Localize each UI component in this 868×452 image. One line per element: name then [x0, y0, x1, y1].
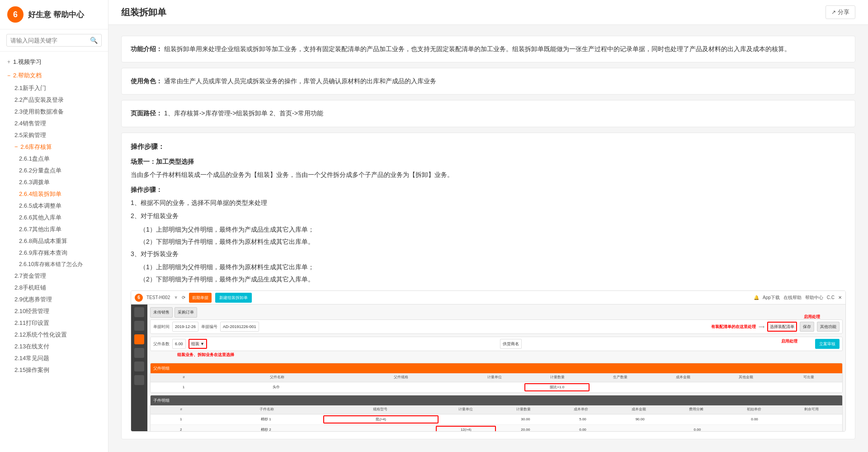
- mock-help-online: 在线帮助: [783, 294, 802, 302]
- scenario1-desc: 当由多个子件材料组装成一个成品的业务为【组装】业务，当由一个父件拆分成多个子产品…: [131, 169, 846, 181]
- sidebar-item-help-docs[interactable]: − 2.帮助文档: [0, 69, 108, 82]
- step2-1: （1）上部明细为父件明细，最终作为产成品生成其它入库单；: [131, 224, 846, 235]
- sidebar-item-2-12[interactable]: 2.12系统个性化设置: [0, 329, 108, 341]
- screenshot-mockup: 6 TEST-H002 ▼ ⟳ 前期单据 新建组装拆卸单 🔔 App下载 在线帮…: [131, 290, 846, 432]
- sidebar-item-2-6-8[interactable]: 2.6.8商品成本重算: [0, 235, 108, 247]
- role-text: 通常由生产人员或库管人员完成拆装业务的操作，库管人员确认原材料的出库和产成品的入…: [164, 77, 436, 85]
- intro-card: 功能介绍： 组装拆卸单用来处理企业组装或拆卸等加工业务，支持有固定装配清单的产品…: [121, 36, 855, 62]
- mock-no-label: 单据编号: [201, 323, 217, 330]
- mock-sidebar-icon-3: [134, 334, 144, 344]
- mock-confirm-btn: 立案审核: [815, 339, 840, 349]
- sidebar-item-2-15[interactable]: 2.15操作案例: [0, 364, 108, 376]
- mock-type-selector: 组装 ▼: [189, 339, 207, 349]
- sidebar-item-2-13[interactable]: 2.13在线支付: [0, 341, 108, 352]
- mock-right-items: 🔔 App下载 在线帮助 帮助中心 C.C ✕: [754, 294, 842, 302]
- mock-form-toolbar: 单据时间 2019-12-26 单据编号 AD-20191226-001 有装配…: [150, 319, 843, 334]
- mock-sidebar-icon-4: [134, 348, 144, 358]
- role-card: 使用角色： 通常由生产人员或库管人员完成拆装业务的操作，库管人员确认原材料的出库…: [121, 68, 855, 95]
- mock-upper-row-1: 1 头巾 据比>1.0: [151, 382, 842, 393]
- step3: 3、对于拆装业务: [131, 248, 846, 260]
- mock-date-field: 2019-12-26: [172, 322, 198, 332]
- sidebar-item-2-6-5[interactable]: 2.6.5成本调整单: [0, 200, 108, 212]
- mock-upper-table-cols: # 父件名称 父件规格 计量单位 计量数量 生产数量 成本金额 其他金额 可出量: [151, 373, 842, 382]
- nav-tree: + 1.视频学习 − 2.帮助文档 2.1新手入门 2.2产品安装及登录 2.3…: [0, 52, 108, 452]
- sidebar-item-video[interactable]: + 1.视频学习: [0, 55, 108, 69]
- share-button[interactable]: ↗ 分享: [826, 5, 855, 19]
- sidebar-item-2-6-2[interactable]: 2.6.2分量盘点单: [0, 165, 108, 176]
- mock-spacer: [150, 354, 843, 363]
- logo-area: 6 好生意 帮助中心: [0, 0, 108, 29]
- sidebar-item-2-6-10[interactable]: 2.6.10库存账本错了怎么办: [0, 259, 108, 270]
- sidebar-item-2-6-1[interactable]: 2.6.1盘点单: [0, 153, 108, 165]
- mock-bell-icon: 🔔: [754, 294, 759, 302]
- mock-app-refresh: ⟳: [182, 294, 185, 302]
- mock-app-topbar: 6 TEST-H002 ▼ ⟳ 前期单据 新建组装拆卸单 🔔 App下载 在线帮…: [131, 291, 845, 305]
- sidebar-item-2-6-3[interactable]: 2.6.3调拨单: [0, 176, 108, 188]
- steps-card: 操作步骤： 场景一：加工类型选择 当由多个子件材料组装成一个成品的业务为【组装】…: [121, 133, 855, 440]
- sidebar-item-2-9[interactable]: 2.9优惠券管理: [0, 294, 108, 305]
- sidebar-item-inventory[interactable]: − 2.6库存核算: [0, 141, 108, 153]
- mock-no-field: AD-20191226-001: [220, 322, 259, 332]
- step3-1: （1）上部明细为父件明细，最终作为原材料生成其它出库单；: [131, 262, 846, 273]
- mock-lower-table: 子件明细 # 子件名称 规格型号 计量单位 计量数量 成本单价 成本金额: [150, 395, 843, 431]
- sidebar-item-data-prep[interactable]: 2.3使用前数据准备: [0, 106, 108, 118]
- page-title: 组装拆卸单: [121, 6, 166, 19]
- sidebar-item-newbie[interactable]: 2.1新手入门: [0, 82, 108, 94]
- step1: 1、根据不同的业务，选择不同单据的类型来处理: [131, 197, 846, 209]
- share-icon: ↗: [831, 9, 836, 15]
- mock-more-btn: 其他功能: [817, 322, 840, 332]
- search-icon[interactable]: 🔍: [90, 37, 98, 44]
- logo-icon: 6: [7, 6, 24, 23]
- step2-2: （2）下部明细为子件明细，最终作为原材料生成其它出库单。: [131, 236, 846, 247]
- search-area: 🔍: [0, 29, 108, 52]
- mock-lower-row-2: 2 棉纱 2 12(>4) 20.00 0.00 0.00: [151, 425, 842, 432]
- mock-app-dl: App下载: [763, 294, 780, 302]
- topbar: 组装拆卸单 ↗ 分享: [108, 0, 868, 25]
- sidebar-item-sales[interactable]: 2.4销售管理: [0, 118, 108, 129]
- mock-app-logo: 6: [135, 294, 143, 302]
- mock-prev-btn: 前期单据: [189, 293, 212, 303]
- mock-toolbar-wrapper: 单据时间 2019-12-26 单据编号 AD-20191226-001 有装配…: [150, 319, 843, 334]
- path-text: 1、库存核算->库存管理->组装拆卸单 2、首页->常用功能: [164, 109, 323, 117]
- sidebar-item-2-10[interactable]: 2.10经营管理: [0, 305, 108, 317]
- mock-screen-content: 6 TEST-H002 ▼ ⟳ 前期单据 新建组装拆卸单 🔔 App下载 在线帮…: [131, 291, 845, 431]
- mock-upper-table: 父件明细 # 父件名称 父件规格 计量单位 计量数量 生产数量 成本金额 其他: [150, 363, 843, 393]
- mock-save-btn: 保存: [800, 322, 814, 332]
- steps-title: 操作步骤：: [131, 140, 846, 152]
- main-area: 组装拆卸单 ↗ 分享 功能介绍： 组装拆卸单用来处理企业组装或拆卸等加工业务，支…: [108, 0, 868, 452]
- mock-new-btn: 新建组装拆卸单: [215, 293, 252, 303]
- intro-text: 组装拆卸单用来处理企业组装或拆卸等加工业务，支持有固定装配清单的产品加工业务，也…: [164, 45, 791, 52]
- sidebar-item-2-6-4[interactable]: 2.6.4组装拆卸单: [0, 188, 108, 200]
- intro-label: 功能介绍：: [131, 45, 162, 52]
- scenario1-steps-label: 操作步骤：: [131, 184, 846, 195]
- mock-sidebar-icon-6: [134, 375, 144, 385]
- scenario1-title: 场景一：加工类型选择: [131, 156, 846, 167]
- sidebar-item-purchase[interactable]: 2.5采购管理: [0, 129, 108, 141]
- mock-type-toolbar: 父件条数 6.00 组装 ▼ 供货商名 立案审核: [150, 337, 843, 351]
- mock-annot-a3: 启用处理: [804, 313, 820, 320]
- sidebar-item-2-6-6[interactable]: 2.6.6其他入库单: [0, 212, 108, 224]
- mock-count-label: 父件条数: [153, 340, 170, 347]
- mock-left-sidebar: [131, 305, 147, 431]
- sidebar-item-2-8[interactable]: 2.8手机旺铺: [0, 282, 108, 294]
- mock-help-center: 帮助中心: [805, 294, 823, 302]
- path-label: 页面路径：: [131, 109, 162, 117]
- mock-lower-table-wrapper: 子件明细 # 子件名称 规格型号 计量单位 计量数量 成本单价 成本金额: [150, 395, 843, 431]
- sidebar-item-2-11[interactable]: 2.11打印设置: [0, 317, 108, 329]
- step2: 2、对于组装业务: [131, 210, 846, 222]
- minus-icon: −: [14, 143, 18, 150]
- mock-annot-a4: 组装业务、拆卸业务在这里选择: [177, 351, 234, 358]
- sidebar-item-2-7[interactable]: 2.7资金管理: [0, 270, 108, 282]
- mock-user: C.C: [827, 294, 835, 302]
- mock-lower-table-header: 子件明细: [151, 395, 842, 405]
- mock-sidebar-icon-5: [134, 362, 144, 371]
- sidebar-item-2-14[interactable]: 2.14常见问题: [0, 352, 108, 364]
- mock-sidebar-icon-1: [134, 307, 144, 317]
- mock-app-name: TEST-H002: [146, 294, 170, 302]
- sidebar-item-2-6-9[interactable]: 2.6.9库存账本查询: [0, 247, 108, 259]
- mock-lower-table-cols: # 子件名称 规格型号 计量单位 计量数量 成本单价 成本金额 费用分摊 初始单: [151, 405, 842, 414]
- sidebar-item-install[interactable]: 2.2产品安装及登录: [0, 94, 108, 106]
- mock-annot-a1: 有装配清单的在这里处理: [711, 323, 756, 330]
- sidebar-item-2-6-7[interactable]: 2.6.7其他出库单: [0, 224, 108, 235]
- search-input[interactable]: [10, 37, 90, 44]
